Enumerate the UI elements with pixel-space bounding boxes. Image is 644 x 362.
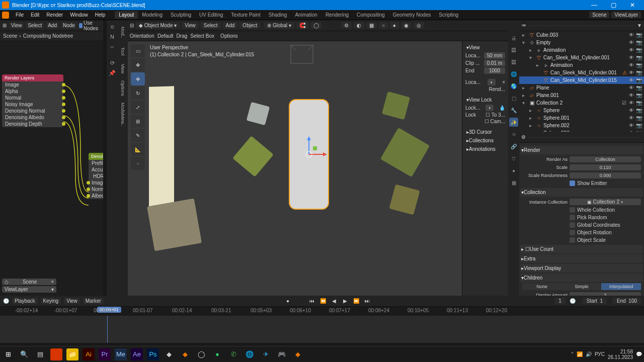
play-icon[interactable]: ▶: [341, 297, 349, 305]
tab-geonodes[interactable]: Geometry Nodes: [389, 11, 435, 19]
end-frame[interactable]: End 100: [613, 298, 641, 304]
denoise-node[interactable]: Denoise Prefilter Accurate HDR Image Nor…: [89, 153, 103, 199]
app2-icon[interactable]: ◆: [163, 348, 175, 360]
node-editor[interactable]: Render Layers Image Alpha Normal Noisy I…: [0, 41, 103, 296]
shading-rendered[interactable]: ◎: [414, 22, 424, 29]
arrow-icon[interactable]: ↔: [108, 42, 117, 51]
tab-texpaint[interactable]: Texture Paint: [227, 11, 264, 19]
options-dropdown[interactable]: Options: [220, 33, 237, 39]
whatsapp-icon[interactable]: ✆: [227, 348, 239, 360]
npanel-collections[interactable]: ▸ Collections: [464, 136, 506, 145]
ptab-world[interactable]: 🌎: [509, 81, 518, 90]
snap-toggle[interactable]: 🧲: [296, 22, 308, 29]
ptab-output[interactable]: 🖼: [509, 45, 518, 54]
timeline-track[interactable]: [0, 316, 644, 343]
sec-children[interactable]: ▾ Children: [520, 274, 643, 282]
current-frame[interactable]: 1: [554, 298, 566, 304]
npanel-viewlock[interactable]: ▾ View Lock: [464, 96, 506, 104]
overlays-toggle[interactable]: ◐: [354, 22, 364, 29]
tab-layout[interactable]: Layout: [115, 11, 138, 19]
clip-end[interactable]: 1000: [484, 67, 505, 74]
playhead[interactable]: [107, 316, 108, 343]
menu-render[interactable]: Render: [43, 12, 66, 18]
spotify-icon[interactable]: ●: [211, 348, 223, 360]
child-interp[interactable]: Interpolated: [601, 283, 641, 290]
tl-marker[interactable]: Marker: [83, 298, 104, 304]
ptab-physics[interactable]: ⚛: [509, 130, 518, 139]
sec-vpdisp[interactable]: ▸ Viewport Display: [520, 264, 643, 273]
outliner-row[interactable]: ▾⊹Empty👁📷: [519, 39, 644, 46]
outliner-row[interactable]: ▽Can_Sleek_Mid_Cylinder.001⚠👁📷: [519, 69, 644, 76]
jump-start-icon[interactable]: ⏮: [308, 297, 316, 305]
close-x-icon[interactable]: ×: [51, 279, 54, 285]
timeline-ruler[interactable]: 00:00+01 -00:02+14-00:01+0700:00+0100:01…: [0, 307, 644, 316]
menu-help[interactable]: Help: [92, 12, 109, 18]
outliner[interactable]: ▸▽Cube.003👁📷▾⊹Empty👁📷▸▹Animation👁📷▾▽Can_…: [519, 31, 644, 132]
wtab-view[interactable]: View: [118, 60, 127, 77]
ptab-data[interactable]: ▽: [509, 154, 518, 163]
tool-select[interactable]: ▭: [131, 44, 145, 57]
tray-net-icon[interactable]: 📶: [577, 351, 583, 357]
tray-vol-icon[interactable]: 🔊: [586, 351, 592, 357]
wtab-tool[interactable]: Tool: [118, 43, 127, 59]
nh-select[interactable]: Select: [26, 22, 44, 29]
dispamt[interactable]: 2: [570, 292, 641, 296]
tool-rotate[interactable]: ↻: [131, 86, 145, 100]
outliner-row[interactable]: ▸○Sphere.002👁📷: [519, 122, 644, 129]
chrome-icon[interactable]: 🌐: [244, 348, 256, 360]
node-header[interactable]: Denoise: [89, 153, 103, 160]
eyedropper-icon[interactable]: 💧: [499, 105, 505, 111]
tl-keying[interactable]: Keying: [41, 298, 61, 304]
render-layers-node[interactable]: Render Layers Image Alpha Normal Noisy I…: [2, 74, 63, 127]
tab-scripting[interactable]: Scripting: [435, 11, 462, 19]
options-icon[interactable]: ⟳: [108, 58, 117, 67]
outliner-row[interactable]: ▸▱Plane👁📷: [519, 84, 644, 92]
editor-type-icon[interactable]: ⊞: [2, 22, 7, 29]
menu-window[interactable]: Window: [66, 12, 92, 18]
sec-extra[interactable]: ▸ Extra: [520, 254, 643, 263]
outliner-row[interactable]: ▸○Sphere.001👁📷: [519, 114, 644, 122]
outliner-row[interactable]: ▸▹Animation👁📷: [519, 46, 644, 54]
tab-shading[interactable]: Shading: [265, 11, 291, 19]
focal-length[interactable]: 50 mm: [484, 52, 505, 59]
show-emitter-check[interactable]: [570, 180, 575, 186]
outliner-search[interactable]: [528, 25, 635, 26]
vp-add[interactable]: Add: [223, 22, 238, 29]
pin2-icon[interactable]: 📌: [108, 68, 117, 77]
crumb-tree[interactable]: Compositing Nodetree: [23, 33, 73, 39]
viewport-canvas[interactable]: ▭ ✥ ✥ ↻ ⤢ ⊞ ✎ 📐 ▫ User Perspective (1) C…: [128, 41, 508, 296]
ps-icon[interactable]: Ps: [147, 348, 159, 360]
outliner-row[interactable]: ▸▽Cube.003👁📷: [519, 31, 644, 39]
close-button[interactable]: ✕: [623, 0, 642, 10]
taskview-icon[interactable]: ▤: [34, 348, 46, 360]
outliner-row[interactable]: ▽Can_Sleek_Mid_Cylinder.015👁📷: [519, 76, 644, 84]
n-t-icon[interactable]: N: [108, 32, 117, 41]
blender2-icon[interactable]: ◆: [292, 348, 304, 360]
crumb-scene[interactable]: Scene: [3, 33, 17, 39]
instcoll-select[interactable]: ▣ Collection 2 ×: [570, 199, 641, 205]
ae-icon[interactable]: Ae: [131, 348, 143, 360]
props-type-icon[interactable]: ⚙: [521, 134, 526, 140]
menu-edit[interactable]: Edit: [27, 12, 43, 18]
editor-type-3d-icon[interactable]: ⊟: [130, 23, 134, 28]
npanel-annotations[interactable]: ▸ Annotations: [464, 145, 506, 153]
maximize-button[interactable]: ▢: [604, 0, 623, 10]
globcoord-check[interactable]: [570, 222, 575, 228]
child-none[interactable]: None: [522, 283, 562, 290]
selected-object[interactable]: [289, 99, 329, 210]
orient-val[interactable]: Default: [157, 33, 174, 39]
gizmo-toggle[interactable]: ⚙: [341, 22, 352, 29]
outliner-type-icon[interactable]: ≔: [521, 23, 526, 28]
props-search[interactable]: [528, 137, 642, 138]
pr-icon[interactable]: Pr: [99, 348, 111, 360]
ai-icon[interactable]: Ai: [83, 348, 95, 360]
proportional-edit[interactable]: ◯: [310, 22, 322, 29]
outliner-row[interactable]: ▸▱Plane.001👁📷: [519, 92, 644, 99]
reset-icon[interactable]: ×: [502, 79, 505, 85]
tab-uv[interactable]: UV Editing: [195, 11, 227, 19]
search-icon[interactable]: 🔍: [18, 348, 30, 360]
wtab-options[interactable]: Options: [118, 78, 127, 99]
me-icon[interactable]: Me: [115, 348, 127, 360]
obs-icon[interactable]: ◯: [195, 348, 207, 360]
discord-icon[interactable]: 🎮: [276, 348, 288, 360]
